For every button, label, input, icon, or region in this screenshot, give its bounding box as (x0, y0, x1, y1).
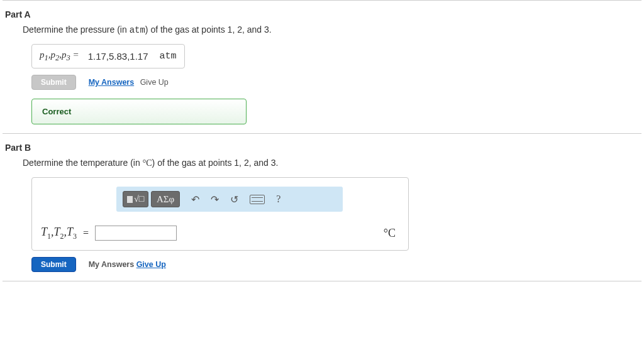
prompt-text: Determine the pressure (in (23, 25, 130, 35)
prompt-text: ) of the gas at points 1, 2, and 3. (152, 158, 279, 168)
answer-input[interactable] (95, 226, 177, 241)
prompt-unit: °C (143, 158, 152, 168)
part-b-prompt: Determine the temperature (in °C) of the… (23, 158, 641, 168)
my-answers-link[interactable]: My Answers (89, 78, 134, 87)
part-a-title: Part A (5, 9, 641, 19)
feedback-correct: Correct (31, 99, 247, 124)
answer-links: My Answers Give Up (89, 78, 169, 87)
equation-unit: °C (384, 227, 396, 240)
answer-value: 1.17,5.83,1.17 (88, 51, 148, 62)
equation-row: T1,T2,T3 = °C (41, 226, 399, 241)
equals-sign: = (83, 227, 89, 239)
submit-button[interactable]: Submit (31, 257, 76, 272)
submit-button: Submit (31, 75, 76, 90)
answer-lhs: p1,p2,p3 = (40, 50, 79, 63)
input-panel: √□ ΑΣφ ↶ ↷ ↺ ? T1,T2,T3 = °C (31, 177, 409, 251)
part-b-section: Part B Determine the temperature (in °C)… (3, 134, 641, 281)
answer-box: p1,p2,p3 = 1.17,5.83,1.17 atm (31, 44, 185, 68)
button-row: Submit My Answers Give Up (31, 75, 641, 90)
greek-button[interactable]: ΑΣφ (151, 191, 180, 207)
keyboard-icon[interactable] (250, 195, 265, 204)
prompt-unit: atm (130, 25, 145, 35)
part-a-prompt: Determine the pressure (in atm) of the g… (23, 25, 641, 35)
redo-icon[interactable]: ↷ (211, 194, 219, 205)
equation-lhs: T1,T2,T3 (41, 226, 77, 241)
answer-unit: atm (160, 51, 177, 62)
button-row: Submit My Answers Give Up (31, 257, 641, 272)
equation-toolbar: √□ ΑΣφ ↶ ↷ ↺ ? (116, 187, 343, 212)
help-icon[interactable]: ? (276, 194, 280, 205)
give-up-link: Give Up (140, 78, 169, 87)
reset-icon[interactable]: ↺ (230, 194, 238, 205)
template-button[interactable]: √□ (123, 191, 148, 207)
prompt-text: ) of the gas at points 1, 2, and 3. (145, 25, 272, 35)
undo-icon[interactable]: ↶ (191, 194, 199, 205)
part-a-section: Part A Determine the pressure (in atm) o… (3, 1, 641, 133)
my-answers-link: My Answers (89, 260, 134, 269)
part-b-title: Part B (5, 143, 641, 153)
answer-links: My Answers Give Up (89, 260, 170, 269)
give-up-link[interactable]: Give Up (136, 260, 166, 269)
prompt-text: Determine the temperature (in (23, 158, 143, 168)
